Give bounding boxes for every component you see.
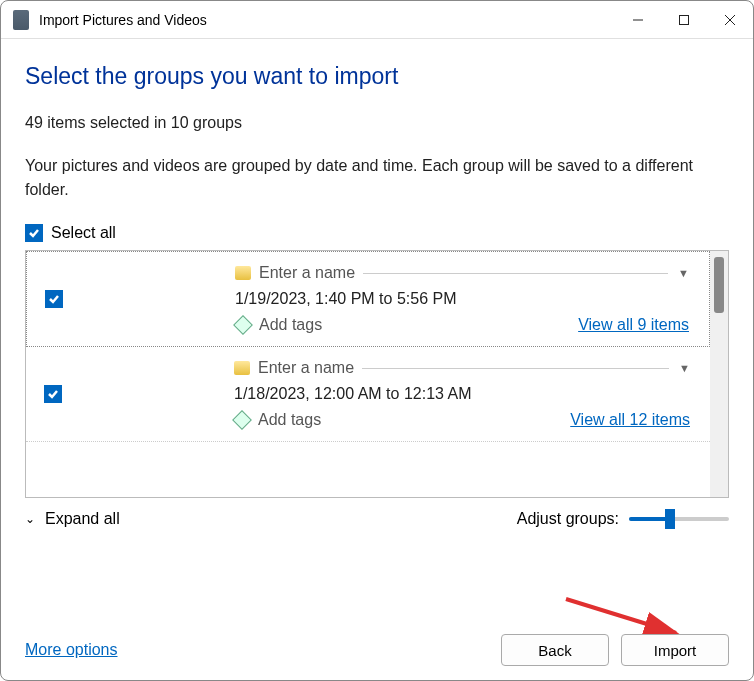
more-options-link[interactable]: More options <box>25 641 118 659</box>
selection-count: 49 items selected in 10 groups <box>25 114 729 132</box>
group-name-input[interactable]: Enter a name <box>259 264 355 282</box>
window-controls <box>615 1 753 39</box>
slider-fill <box>629 517 669 521</box>
groups-list: Enter a name ▼ 1/19/2023, 1:40 PM to 5:5… <box>25 250 729 498</box>
close-button[interactable] <box>707 1 753 39</box>
group-item[interactable]: Enter a name ▼ 1/18/2023, 12:00 AM to 12… <box>26 347 710 442</box>
select-all-label: Select all <box>51 224 116 242</box>
window-title: Import Pictures and Videos <box>39 12 207 28</box>
group-item[interactable]: Enter a name ▼ 1/19/2023, 1:40 PM to 5:5… <box>26 251 710 347</box>
add-tags-input[interactable]: Add tags <box>259 316 322 334</box>
footer: More options Back Import <box>1 620 753 680</box>
select-all-checkbox[interactable] <box>25 224 43 242</box>
import-button[interactable]: Import <box>621 634 729 666</box>
group-name-input[interactable]: Enter a name <box>258 359 354 377</box>
name-divider <box>363 273 668 274</box>
scrollbar-thumb[interactable] <box>714 257 724 313</box>
folder-icon <box>235 266 251 280</box>
page-heading: Select the groups you want to import <box>25 63 729 90</box>
group-date: 1/19/2023, 1:40 PM to 5:56 PM <box>235 290 689 308</box>
slider-thumb[interactable] <box>665 509 675 529</box>
tag-icon <box>234 412 250 428</box>
view-all-link[interactable]: View all 9 items <box>578 316 689 334</box>
description-text: Your pictures and videos are grouped by … <box>25 154 729 202</box>
chevron-down-icon[interactable]: ▼ <box>678 267 689 279</box>
maximize-button[interactable] <box>661 1 707 39</box>
group-checkbox[interactable] <box>44 385 62 403</box>
group-date: 1/18/2023, 12:00 AM to 12:13 AM <box>234 385 690 403</box>
expand-all-button[interactable]: ⌄ Expand all <box>25 510 120 528</box>
expand-all-label: Expand all <box>45 510 120 528</box>
scrollbar[interactable] <box>710 251 728 497</box>
adjust-groups-slider[interactable] <box>629 517 729 521</box>
app-icon <box>13 10 29 30</box>
tag-icon <box>235 317 251 333</box>
minimize-button[interactable] <box>615 1 661 39</box>
chevron-down-icon: ⌄ <box>25 512 35 526</box>
view-all-link[interactable]: View all 12 items <box>570 411 690 429</box>
name-divider <box>362 368 669 369</box>
svg-rect-1 <box>680 15 689 24</box>
folder-icon <box>234 361 250 375</box>
titlebar: Import Pictures and Videos <box>1 1 753 39</box>
adjust-groups-label: Adjust groups: <box>517 510 619 528</box>
group-checkbox[interactable] <box>45 290 63 308</box>
chevron-down-icon[interactable]: ▼ <box>679 362 690 374</box>
add-tags-input[interactable]: Add tags <box>258 411 321 429</box>
back-button[interactable]: Back <box>501 634 609 666</box>
